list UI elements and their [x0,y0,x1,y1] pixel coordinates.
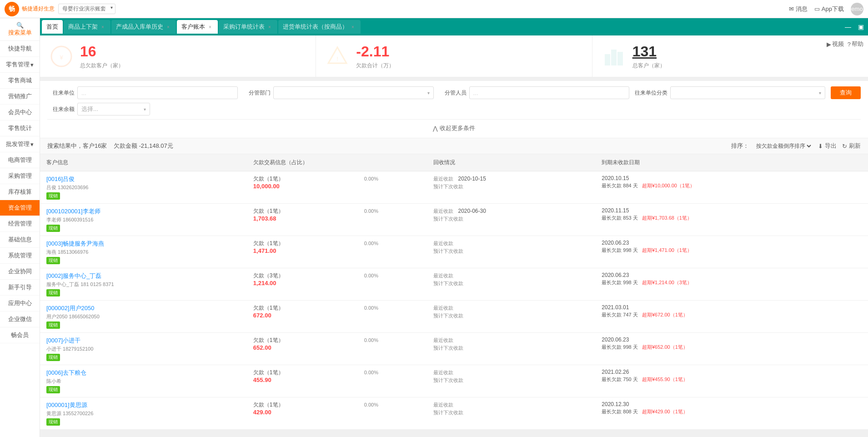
tab-close-product-off[interactable]: × [100,24,106,30]
tab-product-history[interactable]: 产成品入库单历史 × [111,20,176,34]
sidebar-item-retail-mgmt[interactable]: 零售管理 ▾ [0,57,40,73]
sidebar-item-enterprise[interactable]: 企业协同 [0,264,40,280]
unit-category-select[interactable]: ▾ [670,86,825,99]
cell-recovery-5: 最近收款 预计下次收款 [427,333,595,365]
message-button[interactable]: ✉ 消息 [789,5,808,13]
sidebar-item-quick-nav[interactable]: 快捷导航 [0,41,40,57]
overdue-link-2[interactable]: 超期¥1,471.00（1笔） [642,247,692,253]
overdue-link-6[interactable]: 超期¥455.90（1笔） [642,377,688,382]
customer-name-link-1[interactable]: [0001020001]李老师 [46,207,241,216]
help-icon: ? [848,41,851,48]
tab-expand-button[interactable]: ▣ [855,21,866,32]
recovery-next-2: 预计下次收款 [433,248,589,255]
export-button[interactable]: ⬇ 导出 [818,142,837,150]
recovery-info-2: 最近收款 [433,240,589,247]
cell-overdue-5: 2020.06.23 最长欠款 998 天 超期¥652.00（1笔） [595,333,868,365]
overdue-link-5[interactable]: 超期¥652.00（1笔） [642,344,688,350]
debt-ratio-3: 0.00% [364,273,421,278]
tab-close-purchase-stats[interactable]: × [350,24,356,30]
cell-debt-4: 欠款（1笔） 672.00 [247,301,358,333]
overdue-date-7: 2020.12.30 [602,401,862,407]
overdue-date-0: 2020.10.15 [602,175,862,181]
sidebar-item-ecommerce[interactable]: 电商管理 [0,152,40,168]
cell-debt-ratio-6: 0.00% [358,365,427,397]
refresh-icon: ↻ [842,143,847,150]
tab-close-customer-account[interactable]: × [207,24,213,30]
tab-purchase-stats[interactable]: 进货单统计表（按商品） × [278,20,361,34]
overdue-link-4[interactable]: 超期¥672.00（1笔） [642,312,688,317]
dept-select[interactable]: ▾ [273,86,434,99]
user-avatar[interactable]: demo2 [851,3,863,15]
sidebar-item-label-system: 系统管理 [8,252,32,259]
balance-select[interactable]: 选择... ▾ [77,103,150,116]
source-unit-input[interactable]: ... [77,86,238,99]
sidebar-item-app-center[interactable]: 应用中心 [0,296,40,311]
sidebar-search[interactable]: 🔍 搜索菜单 [0,18,40,41]
tab-close-product-history[interactable]: × [165,24,171,30]
overdue-link-0[interactable]: 超期¥10,000.00（1笔） [642,183,695,188]
card-value-3: 131 [632,43,665,60]
card-icon-2: ! [325,44,350,69]
sidebar-item-batch-mgmt[interactable]: 批发管理 ▾ [0,136,40,152]
message-icon: ✉ [789,5,794,12]
customer-name-link-7[interactable]: [000001]黄思源 [46,401,241,409]
customer-name-link-6[interactable]: [0006]去下粮仓 [46,369,241,377]
table-row: [000002]用户2050 用户2050 18665062050 现销 欠款（… [40,301,868,333]
tab-purchase-order[interactable]: 采购订单统计表 × [219,20,277,34]
debt-amount-4: 672.00 [253,312,351,319]
tab-customer-account[interactable]: 客户账本 × [177,20,218,34]
customer-name-link-0[interactable]: [0016]吕俊 [46,175,241,183]
search-button[interactable]: 查询 [831,86,861,99]
customer-name-link-5[interactable]: [0007]小进干 [46,337,241,345]
cell-overdue-7: 2020.12.30 最长欠款 808 天 超期¥429.00（1笔） [595,397,868,430]
app-download-button[interactable]: ▭ App下载 [814,5,844,13]
sidebar-item-system[interactable]: 系统管理 [0,248,40,264]
sidebar-item-basic-info[interactable]: 基础信息 [0,232,40,248]
sidebar-item-inventory[interactable]: 库存核算 [0,184,40,200]
overdue-days-2: 最长欠款 998 天 超期¥1,471.00（1笔） [602,247,862,254]
tab-collapse-button[interactable]: — [843,21,853,32]
customer-tag-6: 现销 [46,386,60,393]
customer-name-link-4[interactable]: [000002]用户2050 [46,304,241,312]
debt-ratio-5: 0.00% [364,337,421,343]
chevron-down-icon-batch: ▾ [30,141,34,148]
balance-placeholder: 选择... [81,105,98,113]
manager-input[interactable]: ... [469,86,630,99]
collapse-button[interactable]: ⋀ 收起更多条件 [47,122,861,134]
sidebar-item-new-guide[interactable]: 新手引导 [0,280,40,296]
filter-balance: 往来余额 选择... ▾ [47,103,861,116]
unit-category-label: 往来单位分类 [635,89,667,97]
sort-select[interactable]: 按欠款金额倒序排序 [754,142,813,150]
sidebar-item-enterprise-wechat[interactable]: 企业微信 [0,311,40,327]
cell-recovery-1: 最近收款 2020-06-30 预计下次收款 [427,204,595,236]
debt-ratio-0: 0.00% [364,176,421,181]
sidebar-item-purchase[interactable]: 采购管理 [0,168,40,184]
recovery-next-3: 预计下次收款 [433,280,589,287]
sidebar-item-marketing[interactable]: 营销推广 [0,89,40,105]
sidebar-item-retail-stats[interactable]: 零售统计 [0,121,40,136]
sidebar-item-operations[interactable]: 经营管理 [0,216,40,232]
sidebar-item-retail-mall[interactable]: 零售商城 [0,73,40,89]
svg-rect-5 [611,50,617,65]
sidebar-item-label-purchase: 采购管理 [8,172,32,179]
customer-name-link-3[interactable]: [0002]服务中心_丁磊 [46,272,241,280]
tab-home[interactable]: 首页 [42,20,63,34]
customer-name-link-2[interactable]: [0003]畅捷服务尹海燕 [46,240,241,248]
sidebar-item-capital[interactable]: 资金管理 [0,200,40,216]
video-button[interactable]: ▶ 视频 [827,40,844,48]
refresh-button[interactable]: ↻ 刷新 [842,142,861,150]
overdue-link-1[interactable]: 超期¥1,703.68（1笔） [642,215,692,221]
system-name-selector[interactable]: 母婴行业演示账套 [58,4,115,14]
cell-customer-6: [0006]去下粮仓 陈小希 现销 [40,365,247,397]
recovery-label-2: 最近收款 [433,241,453,246]
help-button[interactable]: ? 帮助 [848,40,863,48]
video-label: 视频 [832,40,844,48]
overdue-link-3[interactable]: 超期¥1,214.00（3笔） [642,280,692,285]
overdue-link-7[interactable]: 超期¥429.00（1笔） [642,409,688,414]
debt-amount-2: 1,471.00 [253,247,351,254]
filter-source-unit: 往来单位 ... [47,86,238,99]
tab-product-off[interactable]: 商品上下架 × [64,20,110,34]
sidebar-item-member[interactable]: 会员中心 [0,105,40,121]
sidebar-item-member-plus[interactable]: 畅会员 [0,327,40,343]
tab-close-purchase-order[interactable]: × [266,24,273,30]
